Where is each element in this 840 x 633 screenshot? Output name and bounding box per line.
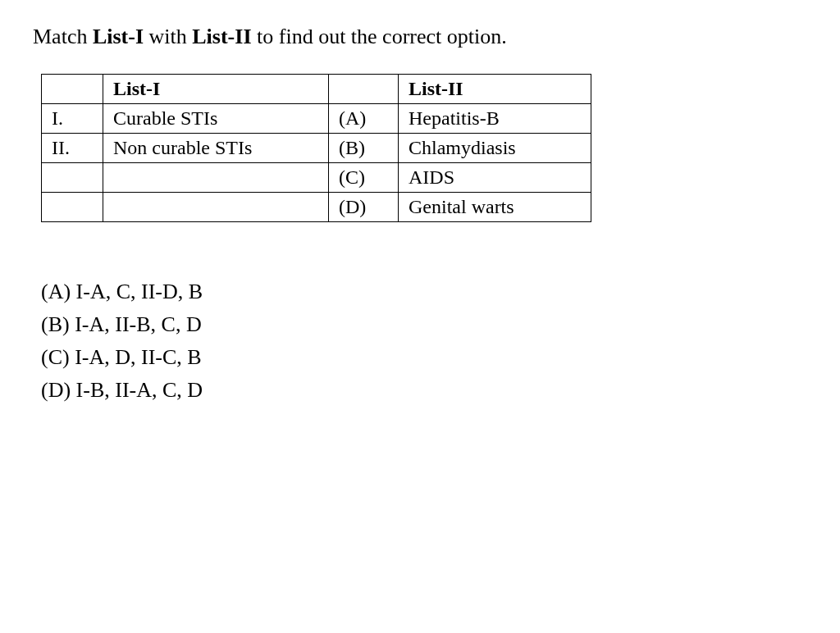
- header-col4: List-II: [399, 75, 591, 104]
- table-row: (D) Genital warts: [42, 193, 591, 222]
- option-a[interactable]: (A) I-A, C, II-D, B: [41, 280, 807, 304]
- table-header-row: List-I List-II: [42, 75, 591, 104]
- cell-roman: [42, 163, 103, 193]
- cell-list1: Curable STIs: [103, 104, 329, 134]
- table-row: (C) AIDS: [42, 163, 591, 193]
- cell-letter: (D): [329, 193, 399, 222]
- cell-list1: [103, 163, 329, 193]
- question-suffix: to find out the correct option.: [252, 25, 507, 48]
- answer-options: (A) I-A, C, II-D, B (B) I-A, II-B, C, D …: [41, 280, 807, 403]
- option-d[interactable]: (D) I-B, II-A, C, D: [41, 378, 807, 403]
- question-stem: Match List-I with List-II to find out th…: [33, 25, 807, 49]
- option-b[interactable]: (B) I-A, II-B, C, D: [41, 312, 807, 337]
- cell-list2: AIDS: [399, 163, 591, 193]
- question-mid: with: [144, 25, 192, 48]
- question-prefix: Match: [33, 25, 93, 48]
- table-row: II. Non curable STIs (B) Chlamydiasis: [42, 134, 591, 163]
- cell-list2: Hepatitis-B: [399, 104, 591, 134]
- cell-list2: Genital warts: [399, 193, 591, 222]
- cell-letter: (A): [329, 104, 399, 134]
- cell-list2: Chlamydiasis: [399, 134, 591, 163]
- table-row: I. Curable STIs (A) Hepatitis-B: [42, 104, 591, 134]
- option-c[interactable]: (C) I-A, D, II-C, B: [41, 345, 807, 370]
- cell-list1: [103, 193, 329, 222]
- cell-letter: (B): [329, 134, 399, 163]
- cell-letter: (C): [329, 163, 399, 193]
- match-table: List-I List-II I. Curable STIs (A) Hepat…: [41, 74, 591, 222]
- header-col3: [329, 75, 399, 104]
- cell-roman: II.: [42, 134, 103, 163]
- cell-list1: Non curable STIs: [103, 134, 329, 163]
- question-bold2: List-II: [192, 25, 251, 48]
- cell-roman: [42, 193, 103, 222]
- header-col1: [42, 75, 103, 104]
- question-bold1: List-I: [93, 25, 144, 48]
- header-col2: List-I: [103, 75, 329, 104]
- cell-roman: I.: [42, 104, 103, 134]
